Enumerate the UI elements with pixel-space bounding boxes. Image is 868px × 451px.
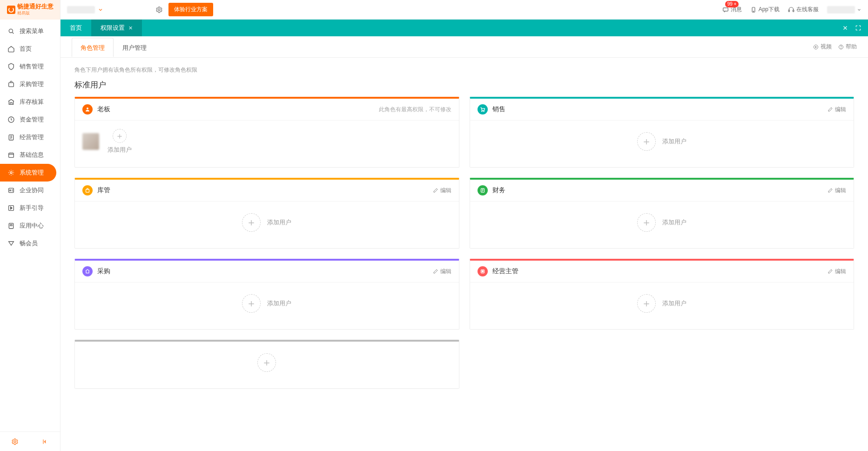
add-user-button[interactable]: ＋添加用户 xyxy=(242,213,291,232)
role-card-5: 经营主管编辑＋添加用户 xyxy=(470,259,855,330)
nav-item-9[interactable]: 企业协同 xyxy=(0,182,60,199)
card-header: 库管编辑 xyxy=(75,180,459,202)
edit-role-button[interactable]: 编辑 xyxy=(433,187,451,195)
subtab-0[interactable]: 角色管理 xyxy=(72,38,114,57)
plus-icon: ＋ xyxy=(637,213,656,232)
nav-item-3[interactable]: 采购管理 xyxy=(0,75,60,93)
support-button[interactable]: 在线客服 xyxy=(788,6,819,13)
role-card-2: 库管编辑＋添加用户 xyxy=(74,178,459,249)
card-header: 经营主管编辑 xyxy=(470,261,854,283)
card-body: ＋添加用户 xyxy=(75,121,459,167)
tab-close-icon[interactable]: ✕ xyxy=(128,25,133,31)
nav-item-0[interactable]: 搜索菜单 xyxy=(0,22,60,40)
add-user-button[interactable]: ＋ xyxy=(257,353,276,372)
fullscreen-icon[interactable] xyxy=(855,25,861,31)
pencil-icon xyxy=(828,269,833,274)
logo[interactable]: 畅捷通好生意 精易版 xyxy=(0,0,60,20)
nav-label: 资金管理 xyxy=(20,115,44,124)
role-icon xyxy=(82,266,93,276)
svg-rect-4 xyxy=(9,153,14,157)
edit-label: 编辑 xyxy=(440,268,451,276)
help-link[interactable]: 帮助 xyxy=(838,43,857,51)
nav-item-7[interactable]: 基础信息 xyxy=(0,146,60,164)
nav-icon xyxy=(7,151,15,159)
nav-label: 畅会员 xyxy=(20,239,38,248)
role-icon xyxy=(82,185,93,195)
subtab-1[interactable]: 用户管理 xyxy=(114,38,155,57)
topbar: 体验行业方案 99 + 消息 App下载 在线客服 xyxy=(61,0,868,20)
messages-button[interactable]: 99 + 消息 xyxy=(722,6,742,13)
nav-item-6[interactable]: 经营管理 xyxy=(0,128,60,146)
settings-icon[interactable] xyxy=(11,438,19,445)
svg-point-13 xyxy=(158,9,160,11)
svg-rect-18 xyxy=(793,10,794,11)
nav-label: 新手引导 xyxy=(20,204,44,212)
add-user-label: 添加用户 xyxy=(662,299,686,308)
tab-0[interactable]: 首页 xyxy=(61,20,91,36)
sidebar-footer xyxy=(0,431,60,451)
edit-role-button[interactable]: 编辑 xyxy=(828,106,846,114)
phone-icon xyxy=(750,7,757,13)
nav-icon xyxy=(7,240,15,247)
plus-icon: ＋ xyxy=(637,294,656,313)
tab-label: 首页 xyxy=(70,24,82,32)
card-header: 采购编辑 xyxy=(75,261,459,283)
add-user-button[interactable]: ＋添加用户 xyxy=(637,294,686,313)
role-card-3: 财务编辑＋添加用户 xyxy=(470,178,855,249)
svg-point-21 xyxy=(841,48,841,48)
svg-rect-1 xyxy=(9,83,14,87)
nav-item-2[interactable]: 销售管理 xyxy=(0,58,60,75)
nav-item-5[interactable]: 资金管理 xyxy=(0,111,60,128)
add-user-button[interactable]: ＋添加用户 xyxy=(637,213,686,232)
nav-item-1[interactable]: 首页 xyxy=(0,40,60,58)
sidebar: 畅捷通好生意 精易版 搜索菜单首页销售管理采购管理库存核算资金管理经营管理基础信… xyxy=(0,0,61,451)
role-icon xyxy=(478,104,488,114)
role-name: 库管 xyxy=(97,186,110,195)
role-card-1: 销售编辑＋添加用户 xyxy=(470,97,855,168)
nav-label: 首页 xyxy=(20,45,32,53)
nav-item-8[interactable]: 系统管理 xyxy=(0,164,56,182)
nav-item-10[interactable]: 新手引导 xyxy=(0,199,60,217)
logo-title: 畅捷通好生意 xyxy=(17,3,54,10)
app-download-button[interactable]: App下载 xyxy=(750,6,780,13)
edit-role-button[interactable]: 编辑 xyxy=(828,187,846,195)
edit-label: 编辑 xyxy=(440,187,451,195)
question-circle-icon xyxy=(838,44,844,50)
nav-icon xyxy=(7,63,15,70)
tab-1[interactable]: 权限设置✕ xyxy=(91,20,142,36)
nav-item-4[interactable]: 库存核算 xyxy=(0,93,60,111)
nav-label: 经营管理 xyxy=(20,133,44,141)
add-user-button[interactable]: ＋添加用户 xyxy=(242,294,291,313)
nav-label: 采购管理 xyxy=(20,80,44,88)
nav-icon xyxy=(7,222,15,229)
add-user-label: 添加用户 xyxy=(108,146,132,154)
close-all-tabs-icon[interactable] xyxy=(842,25,848,31)
nav-label: 系统管理 xyxy=(20,168,44,177)
logo-subtitle: 精易版 xyxy=(17,10,54,16)
card-body: ＋添加用户 xyxy=(470,121,854,167)
svg-rect-28 xyxy=(482,271,483,272)
edit-role-button[interactable]: 编辑 xyxy=(433,268,451,276)
user-menu[interactable] xyxy=(827,6,861,13)
nav-label: 基础信息 xyxy=(20,151,44,159)
nav-item-12[interactable]: 畅会员 xyxy=(0,235,60,252)
org-settings-icon[interactable] xyxy=(155,6,164,13)
plus-icon: ＋ xyxy=(242,213,261,232)
add-user-button[interactable]: ＋添加用户 xyxy=(108,129,132,154)
industry-solution-button[interactable]: 体验行业方案 xyxy=(168,3,213,16)
svg-point-22 xyxy=(87,108,88,109)
nav-icon xyxy=(7,81,15,88)
role-cards-grid: 老板此角色有最高权限，不可修改＋添加用户销售编辑＋添加用户库管编辑＋添加用户财务… xyxy=(61,97,868,389)
nav-label: 库存核算 xyxy=(20,98,44,106)
edit-role-button[interactable]: 编辑 xyxy=(828,268,846,276)
svg-point-0 xyxy=(9,29,13,33)
video-help-link[interactable]: 视频 xyxy=(813,43,832,51)
user-avatar[interactable] xyxy=(82,133,99,150)
add-user-button[interactable]: ＋添加用户 xyxy=(637,132,686,151)
logo-icon xyxy=(7,6,15,14)
org-selector[interactable] xyxy=(67,6,151,13)
collapse-icon[interactable] xyxy=(41,438,49,445)
role-icon xyxy=(478,185,488,195)
nav-item-11[interactable]: 应用中心 xyxy=(0,217,60,235)
headset-icon xyxy=(788,7,794,13)
